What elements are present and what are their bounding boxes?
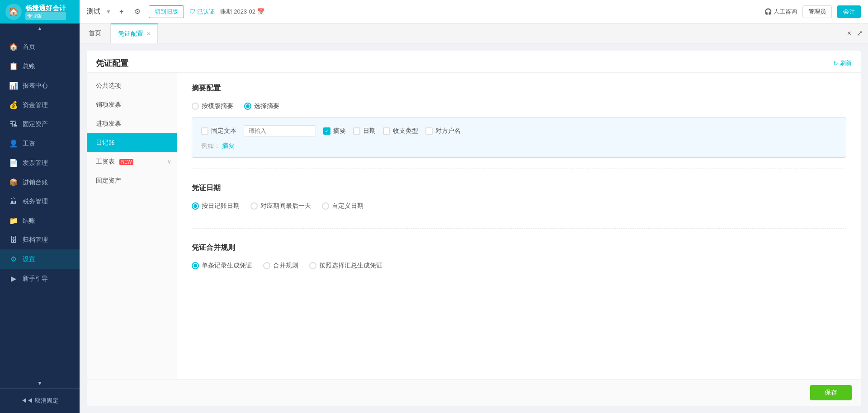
right-content: 摘要配置 按模版摘要 选择摘要 bbox=[177, 73, 861, 379]
radio-select-merge[interactable]: 按照选择汇总生成凭证 bbox=[309, 262, 382, 270]
calendar-icon[interactable]: 📅 bbox=[257, 8, 264, 15]
close-account-icon: 📁 bbox=[9, 216, 18, 225]
radio-select-summary[interactable]: 选择摘要 bbox=[244, 102, 279, 110]
voucher-date-title: 凭证日期 bbox=[192, 183, 846, 193]
tab-actions: × ⤢ bbox=[842, 27, 868, 39]
radio-merge[interactable]: 合并规则 bbox=[263, 262, 298, 270]
left-nav-sales-invoice[interactable]: 销项发票 bbox=[87, 95, 177, 114]
sidebar-scroll-up[interactable]: ▲ bbox=[0, 23, 80, 33]
left-nav-diary-label: 日记账 bbox=[96, 139, 115, 146]
left-nav-fixed-assets[interactable]: 固定资产 bbox=[87, 171, 177, 190]
sidebar-item-wages-label: 工资 bbox=[23, 140, 35, 148]
left-nav-payroll-label: 工资表 bbox=[96, 158, 115, 166]
radio-merge-circle bbox=[263, 262, 270, 269]
content-area: 凭证配置 ↻ 刷新 公共选项 销项发票 bbox=[80, 43, 868, 413]
left-nav-sales-invoice-label: 销项发票 bbox=[96, 101, 121, 108]
manager-button[interactable]: 管理员 bbox=[802, 5, 832, 18]
checkbox-summary-box: ✓ bbox=[323, 127, 330, 135]
topbar: 测试 ▼ + ⚙ 切到旧版 🛡 已认证 账期 2023-02 📅 🎧 人工咨询 … bbox=[80, 0, 868, 23]
radio-period-last[interactable]: 对应期间最后一天 bbox=[250, 202, 311, 210]
radio-single[interactable]: 单条记录生成凭证 bbox=[192, 262, 252, 270]
sidebar-item-guide[interactable]: ▶ 新手引导 bbox=[0, 269, 80, 288]
refresh-button[interactable]: ↻ 刷新 bbox=[833, 59, 852, 67]
checkbox-counterpart-box bbox=[425, 127, 433, 135]
example-value: 摘要 bbox=[222, 142, 235, 149]
save-button[interactable]: 保存 bbox=[810, 385, 852, 400]
checkbox-date-box bbox=[353, 127, 360, 135]
sidebar-item-guide-label: 新手引导 bbox=[23, 275, 48, 283]
checkbox-income-type[interactable]: 收支类型 bbox=[383, 127, 418, 135]
tabbar: 首页 凭证配置 × × ⤢ bbox=[80, 23, 868, 43]
radio-template-summary[interactable]: 按模版摘要 bbox=[192, 102, 233, 110]
fullscreen-button[interactable]: ⤢ bbox=[855, 27, 864, 39]
refresh-label: 刷新 bbox=[840, 59, 852, 67]
radio-diary-date-label: 按日记账日期 bbox=[202, 202, 240, 210]
tab-close-icon[interactable]: × bbox=[147, 31, 150, 37]
reports-icon: 📊 bbox=[9, 81, 18, 90]
example-label: 例如： bbox=[201, 142, 220, 149]
tab-home[interactable]: 首页 bbox=[80, 23, 111, 43]
left-nav-purchase-invoice[interactable]: 进项发票 bbox=[87, 114, 177, 133]
radio-diary-date-circle bbox=[192, 202, 199, 210]
consult-button[interactable]: 🎧 人工咨询 bbox=[764, 8, 797, 16]
sidebar-item-funds[interactable]: 💰 资金管理 bbox=[0, 95, 80, 115]
new-badge: NEW bbox=[119, 159, 133, 165]
section-voucher-date: 凭证日期 按日记账日期 对应期间最后一天 bbox=[192, 183, 846, 229]
checkbox-summary[interactable]: ✓ 摘要 bbox=[323, 127, 346, 135]
sidebar-item-home[interactable]: 🏠 首页 bbox=[0, 37, 80, 56]
sidebar: 🏠 畅捷通好会计 专业版 ▲ 🏠 首页 📋 总账 📊 报表中心 💰 bbox=[0, 0, 80, 413]
radio-single-label: 单条记录生成凭证 bbox=[202, 262, 252, 270]
topbar-dropdown[interactable]: ▼ bbox=[106, 9, 111, 15]
left-nav-diary[interactable]: 日记账 bbox=[87, 133, 177, 152]
sidebar-item-archive[interactable]: 🗄 归档管理 bbox=[0, 230, 80, 249]
sidebar-item-settings-label: 设置 bbox=[23, 255, 35, 263]
radio-diary-date[interactable]: 按日记账日期 bbox=[192, 202, 240, 210]
sidebar-item-assets[interactable]: 🏗 固定资产 bbox=[0, 115, 80, 134]
sidebar-item-home-label: 首页 bbox=[23, 43, 35, 51]
sidebar-header: 🏠 畅捷通好会计 专业版 bbox=[0, 0, 80, 23]
inner-layout: 公共选项 销项发票 进项发票 日记账 工资表 bbox=[87, 73, 861, 379]
chevron-down-icon: ∨ bbox=[167, 159, 171, 165]
checkbox-fixed-text-label: 固定文本 bbox=[211, 127, 236, 135]
sidebar-scroll-down[interactable]: ▼ bbox=[0, 378, 80, 388]
switch-old-button[interactable]: 切到旧版 bbox=[149, 5, 184, 18]
radio-custom-date[interactable]: 自定义日期 bbox=[322, 202, 363, 210]
sidebar-item-invoices[interactable]: 📄 发票管理 bbox=[0, 153, 80, 173]
checkbox-fixed-text[interactable]: 固定文本 bbox=[201, 127, 236, 135]
invoices-icon: 📄 bbox=[9, 159, 18, 167]
voucher-date-radio-group: 按日记账日期 对应期间最后一天 自定义日期 bbox=[192, 202, 846, 210]
left-nav-payroll[interactable]: 工资表 NEW ∨ bbox=[87, 152, 177, 171]
archive-icon: 🗄 bbox=[9, 236, 18, 244]
cancel-fixed-button[interactable]: ◀◀ 取消固定 bbox=[0, 393, 80, 408]
close-window-button[interactable]: × bbox=[845, 28, 853, 39]
sidebar-item-ledger[interactable]: 📋 总账 bbox=[0, 56, 80, 76]
checkbox-income-type-label: 收支类型 bbox=[393, 127, 418, 135]
radio-single-circle bbox=[192, 262, 199, 269]
period-value: 2023-02 bbox=[234, 8, 255, 15]
sidebar-item-wages[interactable]: 👤 工资 bbox=[0, 134, 80, 153]
sidebar-item-close[interactable]: 📁 结账 bbox=[0, 211, 80, 230]
sidebar-item-reports[interactable]: 📊 报表中心 bbox=[0, 76, 80, 95]
summary-config-title: 摘要配置 bbox=[192, 84, 846, 93]
sidebar-item-sales-label: 进销台账 bbox=[23, 178, 48, 187]
topbar-settings-button[interactable]: ⚙ bbox=[132, 5, 143, 18]
funds-icon: 💰 bbox=[9, 101, 18, 109]
sidebar-item-ledger-label: 总账 bbox=[23, 62, 35, 70]
summary-radio-group: 按模版摘要 选择摘要 bbox=[192, 102, 846, 110]
tab-voucher-config[interactable]: 凭证配置 × bbox=[111, 23, 158, 43]
sidebar-item-sales[interactable]: 📦 进销台账 bbox=[0, 173, 80, 192]
left-nav-public[interactable]: 公共选项 bbox=[87, 76, 177, 95]
topbar-add-button[interactable]: + bbox=[117, 6, 126, 18]
checkbox-counterpart[interactable]: 对方户名 bbox=[425, 127, 461, 135]
guide-icon: ▶ bbox=[9, 274, 18, 283]
fixed-text-input[interactable] bbox=[244, 125, 316, 136]
left-nav-purchase-invoice-label: 进项发票 bbox=[96, 120, 121, 127]
page-title: 凭证配置 bbox=[96, 58, 128, 69]
cancel-fixed-label: ◀◀ 取消固定 bbox=[21, 397, 58, 405]
sidebar-item-tax[interactable]: 🏛 税务管理 bbox=[0, 192, 80, 211]
sidebar-item-settings[interactable]: ⚙ 设置 bbox=[0, 249, 80, 269]
checkbox-date[interactable]: 日期 bbox=[353, 127, 376, 135]
ledger-icon: 📋 bbox=[9, 62, 18, 70]
accountant-button[interactable]: 会计 bbox=[837, 5, 861, 18]
period-display: 账期 2023-02 📅 bbox=[220, 8, 264, 16]
